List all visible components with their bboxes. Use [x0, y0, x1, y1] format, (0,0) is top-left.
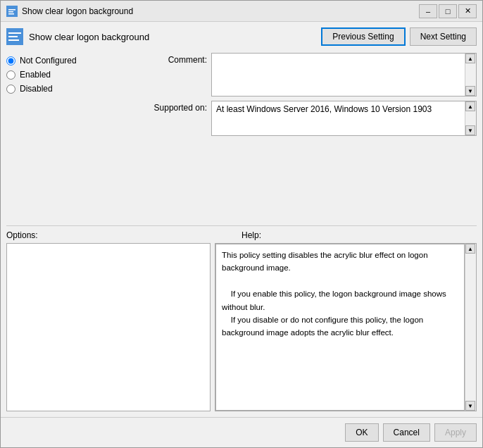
not-configured-option[interactable]: Not Configured [6, 56, 147, 66]
supported-scroll-up[interactable]: ▲ [465, 101, 475, 111]
svg-rect-7 [8, 39, 19, 41]
help-panel: This policy setting disables the acrylic… [215, 244, 465, 411]
previous-setting-button[interactable]: Previous Setting [321, 27, 405, 46]
not-configured-label: Not Configured [20, 56, 77, 66]
not-configured-radio[interactable] [6, 56, 15, 66]
svg-rect-2 [8, 11, 13, 13]
radio-group: Not Configured Enabled Disabled [6, 53, 147, 97]
comment-scrollbar: ▲ ▼ [465, 54, 476, 96]
options-section-label: Options: [6, 230, 242, 240]
close-button[interactable]: ✕ [458, 4, 477, 18]
comment-scroll-up[interactable]: ▲ [465, 54, 475, 63]
comment-label: Comment: [147, 53, 207, 65]
comment-field-wrapper: ▲ ▼ [211, 53, 477, 97]
comment-textarea[interactable] [212, 54, 465, 96]
supported-scroll-down[interactable]: ▼ [465, 125, 475, 135]
content-area: Show clear logon background Previous Set… [1, 22, 482, 417]
help-scroll-up[interactable]: ▲ [465, 244, 475, 254]
right-panel: Comment: ▲ ▼ Supported on: [147, 53, 477, 221]
ok-button[interactable]: OK [345, 423, 378, 442]
comment-row: Comment: ▲ ▼ [147, 53, 477, 97]
policy-icon [6, 28, 23, 45]
supported-value: At least Windows Server 2016, Windows 10… [212, 101, 465, 135]
left-panel: Not Configured Enabled Disabled [6, 53, 147, 221]
cancel-button[interactable]: Cancel [383, 423, 430, 442]
minimize-button[interactable]: – [419, 4, 437, 18]
help-scrollbar: ▲ ▼ [465, 244, 476, 411]
svg-rect-1 [8, 9, 15, 11]
help-text-line1: This policy setting disables the acrylic… [222, 251, 428, 272]
help-text-line3: If you disable or do not configure this … [222, 316, 423, 337]
footer: OK Cancel Apply [1, 417, 482, 447]
window-title: Show clear logon background [22, 6, 419, 16]
header-row: Show clear logon background Previous Set… [6, 27, 477, 46]
comment-box: ▲ ▼ [211, 53, 477, 97]
disabled-label: Disabled [20, 84, 53, 94]
bottom-panels: This policy setting disables the acrylic… [6, 243, 477, 411]
supported-scrollbar: ▲ ▼ [465, 101, 476, 135]
svg-rect-6 [8, 36, 18, 37]
enabled-option[interactable]: Enabled [6, 70, 147, 80]
title-bar: Show clear logon background – □ ✕ [1, 1, 482, 22]
disabled-option[interactable]: Disabled [6, 84, 147, 94]
window-icon [6, 6, 18, 17]
comment-scroll-down[interactable]: ▼ [465, 86, 475, 96]
svg-rect-3 [8, 13, 14, 15]
help-section-label: Help: [242, 230, 477, 240]
header-buttons: Previous Setting Next Setting [321, 27, 477, 46]
supported-box: At least Windows Server 2016, Windows 10… [211, 101, 477, 136]
maximize-button[interactable]: □ [439, 4, 457, 18]
help-scroll-down[interactable]: ▼ [465, 401, 475, 411]
svg-rect-5 [8, 32, 21, 34]
window-controls: – □ ✕ [419, 4, 477, 18]
enabled-radio[interactable] [6, 70, 15, 80]
help-text-line2: If you enable this policy, the logon bac… [222, 290, 446, 311]
apply-button[interactable]: Apply [434, 423, 477, 442]
supported-row: Supported on: At least Windows Server 20… [147, 101, 477, 136]
options-panel [6, 243, 211, 411]
section-divider [6, 225, 477, 226]
main-window: Show clear logon background – □ ✕ Show c… [0, 0, 483, 448]
help-panel-wrapper: This policy setting disables the acrylic… [215, 243, 477, 411]
next-setting-button[interactable]: Next Setting [410, 27, 477, 46]
dialog-title: Show clear logon background [29, 32, 315, 42]
enabled-label: Enabled [20, 70, 51, 80]
supported-label: Supported on: [147, 101, 207, 113]
main-body: Not Configured Enabled Disabled Comm [6, 53, 477, 221]
supported-field-wrapper: At least Windows Server 2016, Windows 10… [211, 101, 477, 136]
disabled-radio[interactable] [6, 85, 15, 94]
bottom-labels: Options: Help: [6, 230, 477, 240]
